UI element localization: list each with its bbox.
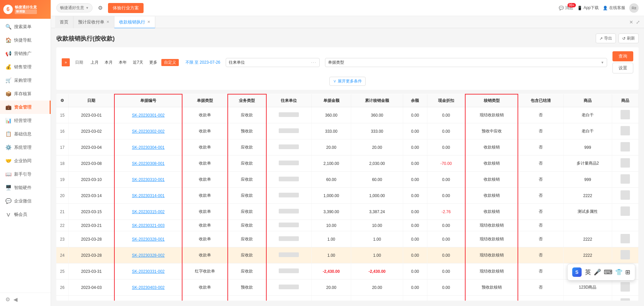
doc-no-link[interactable]: SK-20230328-001	[132, 237, 164, 242]
table-row: 15 2023-03-01 SK-20230301-002 收款单 应收款 36…	[56, 107, 639, 123]
cell-amount: 3,390.00	[312, 204, 351, 220]
cell-goods-2	[612, 204, 639, 220]
search-icon: 🔍	[5, 24, 11, 30]
sidebar-item-sales[interactable]: 💰销售管理	[0, 60, 51, 74]
tab-ar[interactable]: 预计应收付单 ✕	[73, 16, 114, 28]
cell-balance: 0.00	[403, 231, 427, 247]
expand-more-btn[interactable]: ∨ 展开更多条件	[329, 77, 365, 86]
wechat-icon: 💬	[5, 198, 11, 204]
cell-amount: 2,100.00	[312, 156, 351, 172]
cell-biz-type: 应收款	[228, 204, 266, 220]
brand-pill[interactable]: 畅捷通好生意 ▼	[56, 3, 93, 12]
industry-btn[interactable]: 体验行业方案	[108, 3, 144, 13]
app-download-btn[interactable]: 📱 App下载	[577, 5, 599, 11]
sidebar-item-wechat[interactable]: 💬企业微信	[0, 194, 51, 208]
popup-mic-icon[interactable]: 🎤	[594, 268, 601, 276]
cell-counterparty	[266, 172, 312, 188]
doc-no-link[interactable]: SK-20230308-001	[132, 161, 164, 166]
tab-close-all-icon[interactable]: ✕	[629, 19, 633, 25]
popup-keyboard-icon[interactable]: ⌨	[604, 268, 612, 276]
sidebar-item-marketing[interactable]: 📢营销推广	[0, 47, 51, 60]
sidebar-item-member[interactable]: V畅会员	[0, 208, 51, 221]
last-month-btn[interactable]: 上月	[89, 59, 101, 66]
sidebar-item-quick[interactable]: 🏠快捷导航	[0, 34, 51, 47]
doc-no-link[interactable]: SK-20230328-002	[132, 253, 164, 258]
doc-no-link[interactable]: SK-20230403-002	[132, 285, 164, 290]
document-type-select[interactable]: 单据类型 ▼	[325, 58, 607, 67]
doc-no-link[interactable]: SK-20230315-002	[132, 209, 164, 214]
online-service-btn[interactable]: 👤 在线客服	[603, 5, 625, 11]
filter-collapse-btn[interactable]: »	[62, 58, 70, 66]
settings-bottom-icon[interactable]: ⚙	[5, 296, 10, 303]
cell-balance: 0.00	[403, 247, 427, 263]
table-row: 18 2023-03-08 SK-20230308-001 收款单 应收款 2,…	[56, 156, 639, 172]
tab-collection-close-icon[interactable]: ✕	[147, 20, 150, 24]
collapse-icon[interactable]: ◀	[13, 296, 17, 303]
th-settings[interactable]: ⚙	[56, 94, 68, 107]
more-date-btn[interactable]: 更多	[147, 59, 159, 66]
cell-cash-discount: 0.00	[427, 296, 465, 301]
message-btn[interactable]: 💬 消息 99+	[559, 5, 573, 11]
popup-text-icon[interactable]: 英	[585, 268, 591, 276]
last-7-days-btn[interactable]: 近7天	[131, 59, 145, 66]
sidebar-item-purchase[interactable]: 🛒采购管理	[0, 74, 51, 87]
cell-doc-no: SK-20230328-001	[114, 231, 182, 247]
settings-gear-icon[interactable]: ⚙	[97, 3, 104, 12]
sidebar-item-basic[interactable]: 📋基础信息	[0, 127, 51, 141]
cell-goods-2	[612, 107, 639, 123]
refresh-btn[interactable]: ↺ 刷新	[619, 34, 639, 43]
cell-write-off-type: 现结收款核销	[465, 296, 518, 301]
custom-date-btn[interactable]: 自定义	[161, 59, 179, 66]
date-filter-options: 上月 本月 本年 近7天 更多 自定义	[89, 59, 179, 66]
cell-date: 2023-03-28	[68, 231, 114, 247]
cell-amount: 60.00	[312, 172, 351, 188]
this-year-btn[interactable]: 本年	[117, 59, 129, 66]
export-btn[interactable]: ↗ 导出	[596, 34, 616, 43]
cell-goods-1: 2222	[563, 231, 612, 247]
doc-no-link[interactable]: SK-20230301-002	[132, 113, 164, 118]
tab-collection[interactable]: 收款核销执行 ✕	[114, 16, 155, 28]
sidebar-item-hardware[interactable]: 🖥️智能硬件	[0, 181, 51, 194]
counterparty-placeholder: 往来单位	[229, 60, 245, 65]
cell-amount: 1.00	[312, 247, 351, 263]
cell-cash-discount: -2.76	[427, 204, 465, 220]
cell-include-settled: 否	[518, 231, 563, 247]
tab-ar-close-icon[interactable]: ✕	[106, 20, 109, 24]
doc-no-link[interactable]: SK-20230321-003	[132, 223, 164, 228]
popup-skin-icon[interactable]: 👕	[615, 268, 623, 276]
cell-write-off-type: 收款核销	[465, 139, 518, 156]
th-goods-1: 商品	[563, 94, 612, 107]
doc-no-link[interactable]: SK-20230310-001	[132, 177, 164, 182]
cell-cash-discount: 0.00	[427, 247, 465, 263]
doc-no-link[interactable]: SK-20230304-001	[132, 145, 164, 150]
this-month-btn[interactable]: 本月	[103, 59, 115, 66]
cell-biz-type: 预收款	[228, 280, 266, 296]
tab-expand-icon[interactable]: ⤢	[636, 19, 640, 25]
page-header: 收款核销执行(按收款) ↗ 导出 ↺ 刷新	[56, 34, 639, 43]
sidebar-item-enterprise[interactable]: 🤝企业协同	[0, 154, 51, 168]
filter-settings-btn[interactable]: 设置	[612, 63, 633, 73]
cell-cash-discount: 0.00	[427, 107, 465, 123]
service-label: 在线客服	[609, 5, 625, 11]
tab-home[interactable]: 首页	[55, 16, 73, 28]
service-icon: 👤	[603, 6, 608, 10]
cell-amount: -2,430.00	[312, 263, 351, 280]
sidebar-item-guide[interactable]: 📖新手引导	[0, 168, 51, 181]
sidebar-item-operations[interactable]: 📊经营管理	[0, 114, 51, 127]
doc-no-link[interactable]: SK-20230314-001	[132, 193, 164, 198]
doc-no-link[interactable]: SK-20230302-002	[132, 129, 164, 134]
sidebar-item-system[interactable]: ⚙️系统管理	[0, 141, 51, 154]
sidebar-item-search[interactable]: 🔍搜索菜单	[0, 20, 51, 34]
cell-counterparty	[266, 123, 312, 139]
document-type-label: 单据类型	[328, 60, 344, 65]
user-avatar[interactable]: Rit	[629, 3, 639, 13]
topbar: 畅捷通好生意 ▼ ⚙ 体验行业方案 💬 消息 99+ 📱 App下载 👤 在线客…	[51, 0, 644, 16]
sidebar-item-finance[interactable]: 💼资金管理	[0, 101, 51, 114]
collapse-arrow-icon: »	[65, 60, 67, 65]
doc-no-link[interactable]: SK-20230331-002	[132, 269, 164, 274]
counterparty-input[interactable]: 往来单位 ···	[226, 58, 320, 67]
popup-grid-icon[interactable]: ⊞	[625, 268, 630, 276]
sidebar-item-inventory[interactable]: 📦库存核算	[0, 87, 51, 101]
sidebar-label-marketing: 营销推广	[14, 51, 32, 57]
query-btn[interactable]: 查询	[612, 51, 633, 61]
